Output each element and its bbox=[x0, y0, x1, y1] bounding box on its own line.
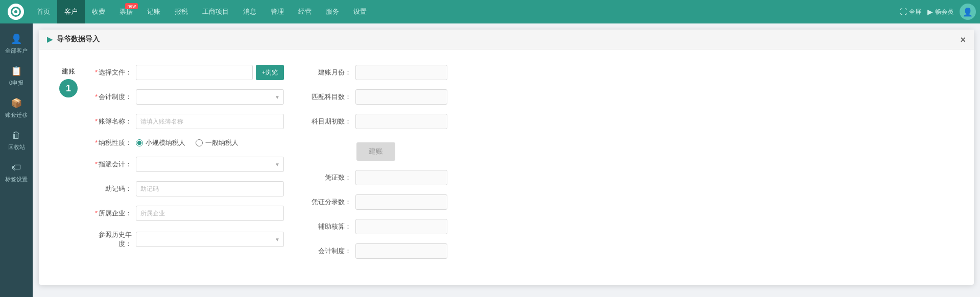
aux-row: 辅助核算： bbox=[304, 219, 447, 234]
sidebar-item-recycle-bin[interactable]: 🗑 回收站 bbox=[0, 124, 33, 156]
accountant-select[interactable] bbox=[136, 157, 284, 172]
system-row: 会计制度： bbox=[304, 243, 447, 259]
voucher-entries-row: 凭证分录数： bbox=[304, 194, 447, 210]
match-value bbox=[355, 89, 447, 105]
file-row: *选择文件： +浏览 bbox=[90, 65, 284, 80]
history-year-select[interactable] bbox=[136, 232, 284, 247]
voucher-entries-value bbox=[355, 194, 447, 210]
init-balance-label: 科目期初数： bbox=[304, 117, 355, 126]
memo-input[interactable] bbox=[136, 181, 284, 196]
nav-item-settings[interactable]: 设置 bbox=[346, 0, 374, 23]
company-label: *所属企业： bbox=[90, 209, 136, 218]
init-balance-value bbox=[355, 114, 447, 129]
form-section: 建账 1 *选择文件： +浏览 bbox=[59, 65, 284, 268]
accounting-system-select[interactable] bbox=[136, 89, 284, 105]
sidebar-item-all-clients[interactable]: 👤 全部客户 bbox=[0, 28, 33, 60]
system-value bbox=[355, 243, 447, 259]
small-taxpayer-label: 小规模纳税人 bbox=[146, 138, 185, 147]
dialog-title-icon: ▶ bbox=[47, 35, 53, 43]
nav-item-tax[interactable]: 报税 bbox=[168, 0, 195, 23]
general-taxpayer-radio[interactable] bbox=[196, 139, 203, 146]
accounting-system-select-wrap: ▼ bbox=[136, 89, 284, 105]
nav-right: ⛶ 全屏 ▶ 畅会员 👤 bbox=[900, 4, 976, 20]
tag-settings-icon: 🏷 bbox=[10, 161, 22, 174]
accounting-system-label: *会计制度： bbox=[90, 92, 136, 102]
tax-type-radio-group: 小规模纳税人 一般纳税人 bbox=[136, 138, 238, 147]
create-btn-row: 建账 bbox=[304, 138, 447, 161]
history-year-select-wrap: ▼ bbox=[136, 232, 284, 247]
aux-value bbox=[355, 219, 447, 234]
form-fields: *选择文件： +浏览 *会计制度： bbox=[90, 65, 284, 268]
month-value bbox=[355, 65, 447, 80]
dialog-header: ▶ 导爷数据导入 × bbox=[39, 30, 974, 50]
nav-item-home[interactable]: 首页 bbox=[30, 0, 57, 23]
month-label: 建账月份： bbox=[304, 68, 355, 77]
main-layout: 👤 全部客户 📋 0申报 📦 账套迁移 🗑 回收站 🏷 标签设置 ▶ 导爷数据导… bbox=[0, 23, 980, 297]
tax-type-row: *纳税性质： 小规模纳税人 一般纳税人 bbox=[90, 138, 284, 147]
sidebar: 👤 全部客户 📋 0申报 📦 账套迁移 🗑 回收站 🏷 标签设置 bbox=[0, 23, 33, 297]
aux-label: 辅助核算： bbox=[304, 222, 355, 231]
info-section: 建账月份： 匹配科目数： 科目期初数： 建账 bbox=[304, 65, 447, 268]
accountant-label: *指派会计： bbox=[90, 160, 136, 169]
nav-item-services[interactable]: 服务 bbox=[319, 0, 346, 23]
nav-item-messages[interactable]: 消息 bbox=[236, 0, 264, 23]
file-label: *选择文件： bbox=[90, 68, 136, 77]
system-label: 会计制度： bbox=[304, 246, 355, 256]
voucher-entries-label: 凭证分录数： bbox=[304, 197, 355, 207]
company-input[interactable] bbox=[136, 206, 284, 221]
ledger-name-label: *账簿名称： bbox=[90, 117, 136, 126]
company-row: *所属企业： bbox=[90, 206, 284, 221]
zero-declaration-icon: 📋 bbox=[10, 65, 22, 77]
history-year-label: 参照历史年度： bbox=[90, 230, 136, 249]
content-area: ▶ 导爷数据导入 × 建账 1 bbox=[33, 23, 980, 297]
step-label: 建账 bbox=[62, 67, 75, 76]
match-row: 匹配科目数： bbox=[304, 89, 447, 105]
nav-item-business[interactable]: 工商项目 bbox=[195, 0, 236, 23]
ledger-name-input[interactable] bbox=[136, 114, 284, 129]
step-indicator: 建账 1 bbox=[59, 65, 78, 268]
nav-item-operations[interactable]: 经营 bbox=[291, 0, 319, 23]
nav-item-accounting[interactable]: 记账 bbox=[140, 0, 168, 23]
dialog-body: 建账 1 *选择文件： +浏览 bbox=[39, 50, 974, 283]
fullscreen-button[interactable]: ⛶ 全屏 bbox=[900, 8, 921, 16]
recycle-bin-icon: 🗑 bbox=[10, 129, 22, 141]
history-year-row: 参照历史年度： ▼ bbox=[90, 230, 284, 249]
nav-item-manage[interactable]: 管理 bbox=[264, 0, 291, 23]
nav-item-bills[interactable]: 票据 new bbox=[112, 0, 140, 23]
small-taxpayer-option[interactable]: 小规模纳税人 bbox=[136, 138, 185, 147]
new-badge: new bbox=[125, 3, 138, 9]
sidebar-item-account-migration[interactable]: 📦 账套迁移 bbox=[0, 92, 33, 124]
avatar[interactable]: 👤 bbox=[960, 4, 976, 20]
dialog-title: 导爷数据导入 bbox=[57, 35, 100, 44]
nav-item-fees[interactable]: 收费 bbox=[85, 0, 112, 23]
logo[interactable] bbox=[4, 0, 28, 23]
general-taxpayer-option[interactable]: 一般纳税人 bbox=[196, 138, 238, 147]
voucher-value bbox=[355, 170, 447, 185]
nav-item-clients[interactable]: 客户 bbox=[57, 0, 85, 23]
sidebar-item-tag-settings[interactable]: 🏷 标签设置 bbox=[0, 156, 33, 188]
accounting-system-row: *会计制度： ▼ bbox=[90, 89, 284, 105]
all-clients-icon: 👤 bbox=[10, 33, 22, 45]
file-input[interactable] bbox=[136, 65, 253, 80]
accountant-row: *指派会计： ▼ bbox=[90, 157, 284, 172]
create-account-button[interactable]: 建账 bbox=[356, 142, 395, 161]
init-balance-row: 科目期初数： bbox=[304, 114, 447, 129]
step-circle: 1 bbox=[59, 79, 78, 97]
sidebar-item-zero-declaration[interactable]: 📋 0申报 bbox=[0, 60, 33, 92]
memo-label: 助记码： bbox=[90, 184, 136, 193]
tax-type-label: *纳税性质： bbox=[90, 138, 136, 147]
general-taxpayer-label: 一般纳税人 bbox=[205, 138, 238, 147]
browse-button[interactable]: +浏览 bbox=[256, 65, 284, 80]
close-button[interactable]: × bbox=[960, 35, 966, 45]
voucher-row: 凭证数： bbox=[304, 170, 447, 185]
month-row: 建账月份： bbox=[304, 65, 447, 80]
import-dialog: ▶ 导爷数据导入 × 建账 1 bbox=[39, 30, 974, 285]
top-nav: 首页 客户 收费 票据 new 记账 报税 工商项目 消息 管理 经营 服务 设… bbox=[0, 0, 980, 23]
file-input-wrap: +浏览 bbox=[136, 65, 284, 80]
memo-row: 助记码： bbox=[90, 181, 284, 196]
small-taxpayer-radio[interactable] bbox=[136, 139, 143, 146]
voucher-label: 凭证数： bbox=[304, 173, 355, 182]
accountant-select-wrap: ▼ bbox=[136, 157, 284, 172]
vip-button[interactable]: ▶ 畅会员 bbox=[927, 8, 953, 16]
match-label: 匹配科目数： bbox=[304, 92, 355, 102]
